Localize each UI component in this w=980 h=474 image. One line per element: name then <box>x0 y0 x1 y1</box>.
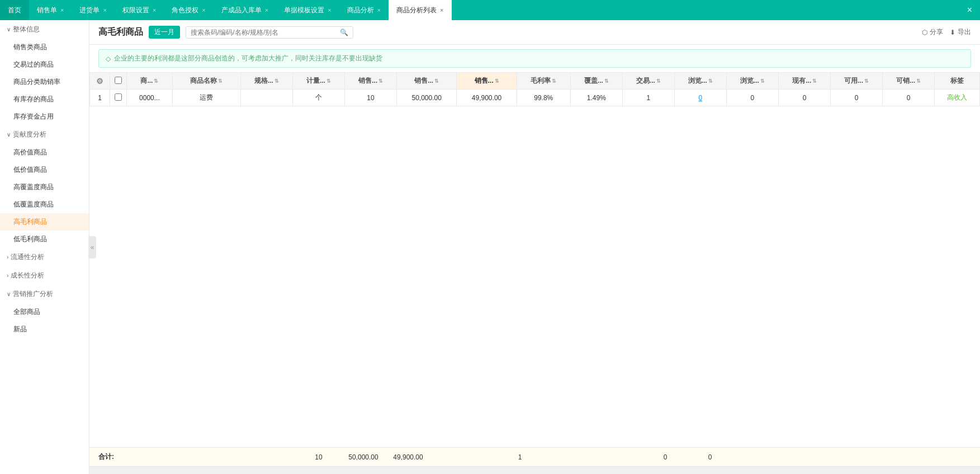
sidebar-item-all-goods[interactable]: 全部商品 <box>0 303 89 321</box>
col-checkbox <box>110 73 127 90</box>
close-product-inbound[interactable]: × <box>265 7 268 13</box>
top-nav: 首页 销售单 × 进货单 × 权限设置 × 角色授权 × 产成品入库单 × 单据… <box>0 0 980 20</box>
footer-available: 0 <box>643 453 688 461</box>
settings-icon[interactable]: ⚙ <box>96 77 103 86</box>
row-name: 运费 <box>172 90 240 106</box>
row-available: 0 <box>831 90 883 106</box>
sidebar-item-new-goods[interactable]: 新品 <box>0 321 89 338</box>
sidebar-item-low-margin[interactable]: 低毛利商品 <box>0 231 89 248</box>
sidebar-item-high-coverage[interactable]: 高覆盖度商品 <box>0 179 89 196</box>
export-icon: ⬇ <box>950 29 955 36</box>
row-transactions: 1 <box>622 90 674 106</box>
nav-product-analysis-list[interactable]: 商品分析列表 × <box>389 0 451 20</box>
col-unit-header[interactable]: 计量...⇅ <box>292 73 344 90</box>
sidebar-item-low-value[interactable]: 低价值商品 <box>0 161 89 179</box>
row-browse2: 0 <box>726 90 778 106</box>
sidebar-item-category-sales-rate[interactable]: 商品分类助销率 <box>0 73 89 91</box>
footer-label: 合计: <box>98 452 114 462</box>
expand-arrow-overall: ∨ <box>7 26 11 32</box>
data-table: ⚙ 商...⇅ 商品名称⇅ 规 <box>89 72 980 106</box>
col-coverage-header[interactable]: 覆盖...⇅ <box>570 73 622 90</box>
nav-role-auth[interactable]: 角色授权 × <box>164 0 213 20</box>
nav-permission-settings[interactable]: 权限设置 × <box>115 0 164 20</box>
col-transactions-header[interactable]: 交易...⇅ <box>622 73 674 90</box>
sidebar-item-sales-goods[interactable]: 销售类商品 <box>0 39 89 56</box>
filter-recent-month-btn[interactable]: 近一月 <box>149 26 180 39</box>
nav-sales-order[interactable]: 销售单 × <box>29 0 72 20</box>
col-spec-header[interactable]: 规格...⇅ <box>240 73 292 90</box>
nav-purchase-order[interactable]: 进货单 × <box>72 0 114 20</box>
nav-product-inbound[interactable]: 产成品入库单 × <box>214 0 276 20</box>
table-container: ⚙ 商...⇅ 商品名称⇅ 规 <box>89 72 980 447</box>
col-sales1-header[interactable]: 销售...⇅ <box>344 73 396 90</box>
sidebar-item-high-margin[interactable]: 高毛利商品 <box>0 213 89 231</box>
col-current-header[interactable]: 现有...⇅ <box>778 73 830 90</box>
col-available-header[interactable]: 可用...⇅ <box>831 73 883 90</box>
row-spec <box>240 90 292 106</box>
search-box: 🔍 <box>186 26 353 39</box>
sidebar-group-contribution[interactable]: ∨ 贡献度分析 <box>0 125 89 144</box>
horizontal-scrollbar[interactable] <box>89 466 980 474</box>
sidebar-item-traded-goods[interactable]: 交易过的商品 <box>0 56 89 73</box>
footer-sales1: 10 <box>296 453 341 461</box>
nav-product-analysis[interactable]: 商品分析 × <box>339 0 389 20</box>
sidebar-item-inventory-capital[interactable]: 库存资金占用 <box>0 108 89 125</box>
footer-sellable: 0 <box>688 453 732 461</box>
col-sales2-header[interactable]: 销售...⇅ <box>397 73 457 90</box>
sidebar-item-high-value[interactable]: 高价值商品 <box>0 144 89 161</box>
col-settings[interactable]: ⚙ <box>90 73 110 90</box>
row-sales3: 49,900.00 <box>457 90 517 106</box>
nav-home[interactable]: 首页 <box>0 0 29 20</box>
share-btn[interactable]: ⬡ 分享 <box>922 27 943 37</box>
expand-arrow-contribution: ∨ <box>7 132 11 138</box>
page-title: 高毛利商品 <box>98 26 143 38</box>
row-sales2: 50,000.00 <box>397 90 457 106</box>
search-input[interactable] <box>191 29 340 36</box>
search-icon[interactable]: 🔍 <box>340 29 348 36</box>
nav-template-settings[interactable]: 单据模板设置 × <box>276 0 339 20</box>
expand-arrow-circulation: › <box>7 254 8 260</box>
table-row: 1 0000... 运费 个 10 50,000.00 49,900.00 99 <box>90 90 980 106</box>
sidebar-group-marketing[interactable]: ∨ 营销推广分析 <box>0 285 89 303</box>
close-window-btn[interactable]: × <box>959 0 980 20</box>
col-tag-header[interactable]: 标签 <box>935 73 980 90</box>
row-tag: 高收入 <box>935 90 980 106</box>
row-checkbox <box>110 90 127 106</box>
row-select-checkbox[interactable] <box>115 93 122 101</box>
sidebar-item-low-coverage[interactable]: 低覆盖度商品 <box>0 196 89 213</box>
close-template-settings[interactable]: × <box>328 7 331 13</box>
export-btn[interactable]: ⬇ 导出 <box>950 27 971 37</box>
footer-sales2: 50,000.00 <box>341 453 386 461</box>
share-icon: ⬡ <box>922 29 927 36</box>
expand-arrow-growth: › <box>7 273 8 279</box>
header-actions: ⬡ 分享 ⬇ 导出 <box>922 27 971 37</box>
close-sales-order[interactable]: × <box>60 7 64 13</box>
footer-sales3: 49,900.00 <box>386 453 430 461</box>
close-product-analysis[interactable]: × <box>377 7 381 13</box>
close-product-analysis-list[interactable]: × <box>440 7 443 13</box>
col-code-header[interactable]: 商...⇅ <box>127 73 173 90</box>
col-sales3-header[interactable]: 销售...⇅ <box>457 73 517 90</box>
col-gross-rate-header[interactable]: 毛利率⇅ <box>517 73 570 90</box>
col-browse1-header[interactable]: 浏览...⇅ <box>674 73 726 90</box>
sidebar-group-circulation[interactable]: › 流通性分析 <box>0 248 89 266</box>
col-name-header[interactable]: 商品名称⇅ <box>172 73 240 90</box>
close-purchase-order[interactable]: × <box>103 7 106 13</box>
sidebar-group-growth[interactable]: › 成长性分析 <box>0 266 89 285</box>
row-code: 0000... <box>127 90 173 106</box>
row-browse1[interactable]: 0 <box>674 90 726 106</box>
row-current: 0 <box>778 90 830 106</box>
sidebar-group-overall[interactable]: ∨ 整体信息 <box>0 20 89 39</box>
sidebar-collapse-btn[interactable]: « <box>88 236 96 259</box>
row-unit: 个 <box>292 90 344 106</box>
close-role-auth[interactable]: × <box>202 7 205 13</box>
row-sellable: 0 <box>883 90 935 106</box>
close-permission-settings[interactable]: × <box>153 7 156 13</box>
select-all-checkbox[interactable] <box>115 77 122 84</box>
col-browse2-header[interactable]: 浏览...⇅ <box>726 73 778 90</box>
row-sales1: 10 <box>344 90 396 106</box>
expand-arrow-marketing: ∨ <box>7 291 11 297</box>
col-sellable-header[interactable]: 可销...⇅ <box>883 73 935 90</box>
content-header: 高毛利商品 近一月 🔍 ⬡ 分享 ⬇ 导出 <box>89 20 980 45</box>
sidebar-item-in-stock-goods[interactable]: 有库存的商品 <box>0 91 89 108</box>
